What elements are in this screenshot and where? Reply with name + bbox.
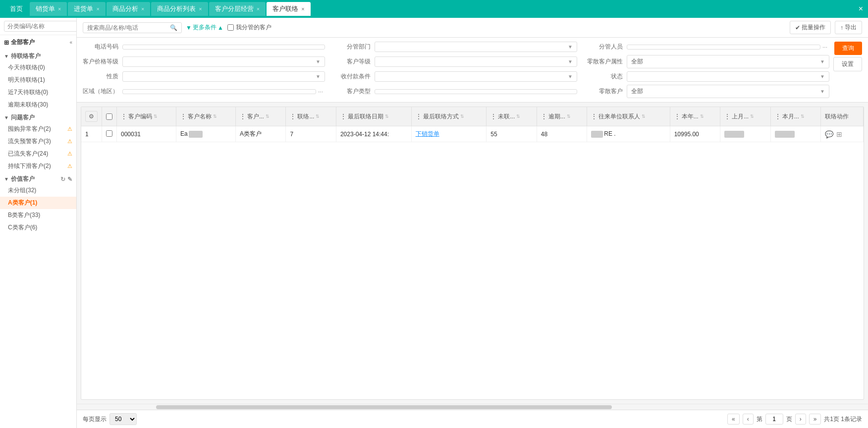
nav-tab-customer-contact[interactable]: 客户联络× bbox=[267, 2, 310, 16]
row-check-0[interactable] bbox=[102, 126, 117, 142]
set-button[interactable]: 设置 bbox=[833, 57, 862, 71]
close-tab-goods-list-icon[interactable]: × bbox=[199, 6, 202, 12]
price-level-input[interactable]: ▼ bbox=[122, 56, 325, 67]
group-action-icon-2-0[interactable]: ↻ bbox=[60, 176, 65, 183]
row-checkbox-0[interactable] bbox=[106, 130, 112, 137]
close-tab-goods-analysis-icon[interactable]: × bbox=[141, 6, 144, 12]
sidebar-item-0-0[interactable]: 今天待联络(0) bbox=[0, 61, 76, 74]
close-all-icon[interactable]: × bbox=[859, 4, 863, 13]
sidebar-item-0-1[interactable]: 明天待联络(1) bbox=[0, 74, 76, 86]
row-actions-0[interactable]: 💬⊞ bbox=[821, 126, 864, 142]
sidebar-item-label-1-3: 持续下滑客户(2) bbox=[8, 162, 51, 170]
sidebar-item-2-0[interactable]: 未分组(32) bbox=[0, 184, 76, 197]
my-customers-check[interactable] bbox=[227, 24, 234, 31]
nav-tab-home[interactable]: 首页 bbox=[4, 2, 29, 16]
phone-input[interactable] bbox=[122, 45, 325, 50]
th-code[interactable]: ⋮ 客户编码 ⇅ bbox=[117, 107, 176, 126]
sidebar-item-1-2[interactable]: 已流失客户(24)⚠ bbox=[0, 148, 76, 160]
my-customers-checkbox[interactable]: 我分管的客户 bbox=[227, 23, 271, 32]
nature-input[interactable]: ▼ bbox=[122, 71, 325, 82]
th-uncontacted[interactable]: ⋮ 未联... ⇅ bbox=[487, 107, 537, 126]
status-input[interactable]: ▼ bbox=[627, 71, 829, 82]
payment-input[interactable]: ▼ bbox=[375, 71, 577, 82]
th-last-contact-date[interactable]: ⋮ 最后联络日期 ⇅ bbox=[336, 107, 411, 126]
scrollbar-thumb[interactable] bbox=[156, 405, 612, 409]
row-last-month-0 bbox=[720, 126, 771, 142]
nav-tab-sales[interactable]: 销货单× bbox=[30, 2, 67, 16]
manager-label: 分管人员 bbox=[587, 43, 627, 51]
link-icon[interactable]: ⊞ bbox=[836, 130, 842, 138]
filter-search-input[interactable] bbox=[87, 24, 168, 31]
retail-attr-field: 零散客户属性 全部▼ bbox=[587, 55, 829, 68]
page-number-input[interactable] bbox=[765, 414, 783, 425]
thisyear-sort-icon: ⇅ bbox=[700, 114, 704, 119]
sidebar-item-2-3[interactable]: C类客户(6) bbox=[0, 221, 76, 234]
row-contact-0: 7 bbox=[286, 126, 336, 142]
filter-arrow-icon: ▲ bbox=[217, 24, 223, 31]
nav-tab-customer-tier[interactable]: 客户分层经营× bbox=[209, 2, 266, 16]
group-label-1[interactable]: ▼问题客户 bbox=[0, 111, 76, 123]
adv-filter-row-4: 区域（地区） ··· 客户类型 零散客户 全部▼ bbox=[83, 85, 829, 98]
group-label-2[interactable]: ▼价值客户↻✎ bbox=[0, 172, 76, 184]
nav-tab-goods-list[interactable]: 商品分析列表× bbox=[151, 2, 208, 16]
th-overdue[interactable]: ⋮ 逾期... ⇅ bbox=[537, 107, 587, 126]
region-dots[interactable]: ··· bbox=[316, 88, 325, 95]
sidebar-item-0-3[interactable]: 逾期未联络(30) bbox=[0, 99, 76, 111]
nav-tab-goods-analysis[interactable]: 商品分析× bbox=[107, 2, 150, 16]
th-this-month[interactable]: ⋮ 本月... ⇅ bbox=[770, 107, 821, 126]
th-name[interactable]: ⋮ 客户名称 ⇅ bbox=[176, 107, 235, 126]
close-tab-purchase-icon[interactable]: × bbox=[96, 6, 99, 12]
last-way-link-0[interactable]: 下销货单 bbox=[416, 130, 439, 137]
horizontal-scrollbar[interactable] bbox=[77, 404, 868, 410]
all-customers-header[interactable]: ⊞ 全部客户 « bbox=[0, 35, 76, 50]
row-last-way-0[interactable]: 下销货单 bbox=[411, 126, 487, 142]
customer-type-input[interactable] bbox=[375, 89, 577, 94]
th-contact[interactable]: ⋮ 联络... ⇅ bbox=[286, 107, 336, 126]
region-input[interactable] bbox=[122, 89, 316, 94]
sidebar-item-1-3[interactable]: 持续下滑客户(2)⚠ bbox=[0, 160, 76, 172]
sidebar-item-2-2[interactable]: B类客户(33) bbox=[0, 209, 76, 221]
collapse-icon[interactable]: « bbox=[69, 40, 72, 45]
th-unit-contact[interactable]: ⋮ 往来单位联系人 ⇅ bbox=[587, 107, 670, 126]
action-icons-0[interactable]: 💬⊞ bbox=[825, 130, 859, 138]
more-filters-label[interactable]: 更多条件 bbox=[193, 23, 217, 32]
manager-dots[interactable]: ··· bbox=[820, 44, 829, 51]
prev-page-btn[interactable]: ‹ bbox=[743, 414, 754, 425]
select-all-checkbox[interactable] bbox=[106, 113, 112, 120]
manager-input[interactable] bbox=[627, 45, 820, 50]
batch-op-button[interactable]: ✔ 批量操作 bbox=[790, 21, 831, 34]
last-page-btn[interactable]: » bbox=[809, 414, 821, 425]
th-customer-type[interactable]: ⋮ 客户... ⇅ bbox=[235, 107, 286, 126]
sidebar-search-input[interactable] bbox=[4, 21, 77, 32]
sidebar-item-0-2[interactable]: 近7天待联络(0) bbox=[0, 86, 76, 99]
dept-input[interactable]: ▼ bbox=[375, 42, 577, 52]
sidebar-search-bar: 🔍 bbox=[0, 18, 76, 35]
bottom-bar: 每页显示 50 100 200 « ‹ 第 页 › » 共1页 1条记录 bbox=[77, 410, 868, 428]
nav-tab-purchase[interactable]: 进货单× bbox=[68, 2, 105, 16]
gear-button[interactable]: ⚙ bbox=[85, 111, 98, 122]
export-button[interactable]: ↑ 导出 bbox=[835, 21, 862, 34]
retail-customer-input[interactable]: 全部▼ bbox=[627, 85, 829, 98]
group-label-0[interactable]: ▼待联络客户 bbox=[0, 50, 76, 61]
group-action-icon-2-1[interactable]: ✎ bbox=[67, 176, 72, 183]
first-page-btn[interactable]: « bbox=[727, 414, 740, 425]
more-filters-btn[interactable]: ▼ 更多条件 ▲ bbox=[186, 23, 223, 32]
sidebar-item-1-0[interactable]: 囤购异常客户(2)⚠ bbox=[0, 123, 76, 135]
close-tab-sales-icon[interactable]: × bbox=[58, 6, 61, 12]
th-last-contact-way[interactable]: ⋮ 最后联络方式 ⇅ bbox=[411, 107, 487, 126]
customer-level-input[interactable]: ▼ bbox=[375, 56, 577, 67]
query-button[interactable]: 查询 bbox=[834, 42, 862, 55]
th-gear[interactable]: ⚙ bbox=[81, 107, 102, 126]
retail-attr-input[interactable]: 全部▼ bbox=[627, 55, 829, 68]
page-size-select[interactable]: 50 100 200 bbox=[109, 413, 137, 425]
th-this-year[interactable]: ⋮ 本年... ⇅ bbox=[670, 107, 720, 126]
close-tab-customer-tier-icon[interactable]: × bbox=[257, 6, 260, 12]
sidebar-item-1-1[interactable]: 流失预警客户(3)⚠ bbox=[0, 135, 76, 148]
chat-icon[interactable]: 💬 bbox=[825, 130, 833, 138]
export-label: 导出 bbox=[845, 23, 857, 32]
th-last-month[interactable]: ⋮ 上月... ⇅ bbox=[720, 107, 771, 126]
next-page-btn[interactable]: › bbox=[795, 414, 806, 425]
close-tab-customer-contact-icon[interactable]: × bbox=[301, 6, 304, 12]
sidebar-item-2-1[interactable]: A类客户(1) bbox=[0, 197, 76, 209]
filter-search-box[interactable]: 🔍 bbox=[83, 22, 182, 33]
